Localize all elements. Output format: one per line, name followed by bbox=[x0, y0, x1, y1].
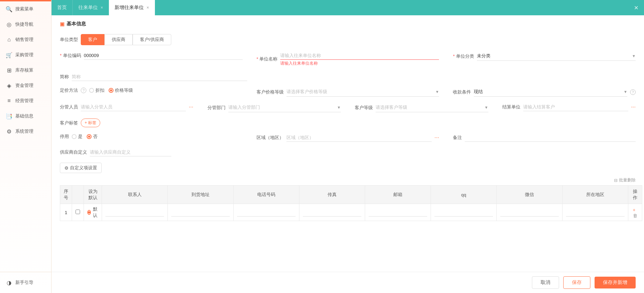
row-region-input[interactable] bbox=[566, 208, 625, 217]
remark-field: 备注 bbox=[453, 133, 636, 142]
sidebar-item-purchase[interactable]: 🛒 采购管理 bbox=[0, 47, 51, 63]
sidebar-item-search[interactable]: 🔍 搜索菜单 bbox=[0, 1, 51, 17]
sidebar-bottom: ◑ 新手引导 bbox=[0, 272, 51, 293]
row-email-input[interactable] bbox=[369, 208, 427, 217]
disabled-no-circle bbox=[87, 134, 92, 139]
section-title-text: 基本信息 bbox=[66, 21, 86, 27]
disabled-label: 停用 bbox=[60, 133, 69, 140]
pricing-help-icon[interactable]: ? bbox=[81, 88, 86, 93]
row-add-button[interactable]: ＋ bbox=[632, 207, 636, 212]
tab-partners-close[interactable]: × bbox=[101, 5, 103, 10]
unit-name-error: 请输入往来单位名称 bbox=[280, 60, 439, 66]
unit-code-label: 单位编码 bbox=[60, 52, 81, 59]
sidebar-item-system[interactable]: ⚙ 系统管理 bbox=[0, 124, 51, 139]
region-input[interactable] bbox=[286, 133, 432, 142]
sidebar-item-label: 搜索菜单 bbox=[15, 6, 33, 12]
payment-terms-chevron: ▼ bbox=[623, 90, 627, 94]
unit-type-field: 单位类型 客户 供应商 客户/供应商 bbox=[60, 34, 636, 45]
unit-code-field: 单位编码 bbox=[60, 51, 243, 60]
cancel-button[interactable]: 取消 bbox=[532, 276, 559, 289]
pricing-level-label: 价格等级 bbox=[115, 87, 133, 93]
tab-new-partner-close[interactable]: × bbox=[147, 5, 149, 10]
row-default-radio[interactable]: 默认 bbox=[87, 206, 98, 219]
manager-more-dots[interactable]: ··· bbox=[189, 104, 193, 110]
pricing-method-label: 定价方法 bbox=[60, 87, 78, 93]
unit-type-label: 单位类型 bbox=[60, 36, 78, 43]
short-name-input[interactable] bbox=[72, 73, 247, 81]
short-name-row: 简称 bbox=[60, 73, 636, 81]
sidebar-item-quicknav[interactable]: ◎ 快捷导航 bbox=[0, 17, 51, 32]
guide-icon: ◑ bbox=[6, 279, 13, 286]
row-delete-button[interactable]: 🗑 bbox=[633, 213, 637, 218]
customer-level-placeholder: 请选择客户等级 bbox=[376, 104, 407, 111]
unit-type-both[interactable]: 客户/供应商 bbox=[133, 34, 171, 45]
tab-home[interactable]: 首页 bbox=[52, 0, 73, 15]
row-fax-input[interactable] bbox=[303, 208, 361, 217]
customer-level-label: 客户等级 bbox=[355, 105, 373, 111]
row-phone-input[interactable] bbox=[237, 208, 296, 217]
save-button[interactable]: 保存 bbox=[563, 276, 590, 289]
remark-input[interactable] bbox=[465, 133, 636, 142]
tab-bar-close-button[interactable]: ✕ bbox=[628, 5, 644, 11]
customer-level-select[interactable]: 请选择客户等级 ▼ bbox=[376, 103, 488, 112]
pricing-level-radio[interactable]: 价格等级 bbox=[109, 87, 133, 93]
manager-label: 分管人员 bbox=[60, 104, 78, 110]
payment-terms-select[interactable]: 现结 ▼ bbox=[474, 87, 627, 97]
row-qq-input[interactable] bbox=[434, 208, 493, 217]
supplier-custom-field: 供应商自定义 bbox=[60, 148, 171, 156]
row-fax bbox=[299, 204, 365, 221]
region-field: 区域（地区） ··· bbox=[257, 133, 439, 142]
remark-label: 备注 bbox=[453, 135, 462, 141]
unit-name-input[interactable] bbox=[280, 51, 439, 60]
pricing-discount-radio[interactable]: 折扣 bbox=[89, 87, 104, 93]
payment-terms-help-icon[interactable]: ? bbox=[630, 89, 636, 95]
row-wechat-input[interactable] bbox=[500, 208, 559, 217]
customer-price-level-select[interactable]: 请选择客户价格等级 ▼ bbox=[286, 87, 439, 97]
batch-delete-label[interactable]: 批量删除 bbox=[619, 177, 636, 183]
table-row: 1 默认 bbox=[60, 204, 642, 221]
row-wechat bbox=[497, 204, 563, 221]
unit-type-row: 单位类型 客户 供应商 客户/供应商 bbox=[60, 34, 636, 45]
tab-partners[interactable]: 往来单位 × bbox=[73, 0, 109, 15]
sidebar-item-finance[interactable]: ◈ 资金管理 bbox=[0, 78, 51, 93]
row-contact-input[interactable] bbox=[105, 208, 164, 217]
col-seq: 序号 bbox=[60, 186, 72, 204]
col-qq: qq bbox=[431, 186, 497, 204]
region-more-dots[interactable]: ··· bbox=[434, 135, 439, 141]
tab-new-partner[interactable]: 新增往来单位 × bbox=[109, 0, 155, 15]
short-name-field: 简称 bbox=[60, 73, 247, 81]
row-address bbox=[168, 204, 234, 221]
unit-category-select[interactable]: 未分类 ▼ bbox=[477, 51, 636, 61]
sidebar-item-basics[interactable]: 📑 基础信息 bbox=[0, 108, 51, 124]
add-tag-button[interactable]: + 标签 bbox=[81, 119, 100, 127]
supplier-custom-input[interactable] bbox=[90, 148, 171, 156]
department-select[interactable]: 请输入分管部门 ▼ bbox=[228, 103, 341, 112]
settlement-more-dots[interactable]: ··· bbox=[631, 104, 636, 110]
disabled-yes-radio[interactable]: 是 bbox=[72, 133, 83, 140]
row-address-input[interactable] bbox=[171, 208, 230, 217]
customer-tag-label: 客户标签 bbox=[60, 120, 78, 126]
settlement-unit-input[interactable] bbox=[523, 103, 628, 111]
pricing-level-circle bbox=[109, 88, 113, 93]
manager-input[interactable] bbox=[81, 103, 186, 111]
pricing-method-field: 定价方法 ? 折扣 价格等级 bbox=[60, 87, 243, 93]
main-content: 首页 往来单位 × 新增往来单位 × ✕ ▣ 基本信息 单位类型 客户 供应商 … bbox=[52, 0, 644, 293]
unit-code-input[interactable] bbox=[84, 51, 243, 60]
sidebar: 🔍 搜索菜单 ◎ 快捷导航 ⌂ 销售管理 🛒 采购管理 ⊞ 库存核算 ◈ 资金管… bbox=[0, 0, 52, 293]
unit-type-customer[interactable]: 客户 bbox=[81, 34, 104, 45]
row-action-cell: ＋ 🗑 bbox=[628, 204, 642, 221]
manager-row: 分管人员 ··· 分管部门 请输入分管部门 ▼ 客户等级 请选择客户等级 ▼ 结… bbox=[60, 103, 636, 112]
sidebar-item-inventory[interactable]: ⊞ 库存核算 bbox=[0, 63, 51, 78]
row-checkbox[interactable] bbox=[76, 210, 80, 214]
sidebar-item-operations[interactable]: ≡ 经营管理 bbox=[0, 93, 51, 108]
unit-type-supplier[interactable]: 供应商 bbox=[104, 34, 133, 45]
payment-terms-value: 现结 bbox=[474, 89, 483, 95]
row-phone bbox=[234, 204, 299, 221]
unit-name-wrapper: 请输入往来单位名称 bbox=[280, 51, 439, 66]
save-new-button[interactable]: 保存并新增 bbox=[595, 277, 636, 288]
custom-settings-button[interactable]: ⚙ 自定义项设置 bbox=[60, 163, 102, 173]
sidebar-item-sales[interactable]: ⌂ 销售管理 bbox=[0, 32, 51, 47]
sidebar-item-label: 系统管理 bbox=[15, 128, 33, 135]
disabled-no-radio[interactable]: 否 bbox=[87, 133, 97, 140]
sidebar-item-guide[interactable]: ◑ 新手引导 bbox=[0, 275, 51, 290]
